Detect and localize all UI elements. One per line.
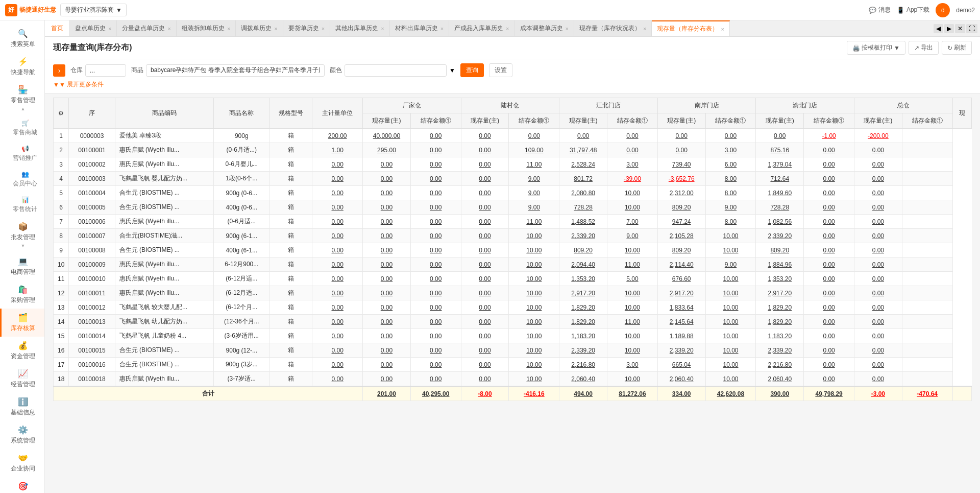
row-jb-qty[interactable]: 109.00 — [509, 143, 559, 157]
row-yb-qty[interactable]: 10.00 — [705, 343, 756, 358]
row-zc-qty[interactable]: 0.00 — [804, 300, 854, 315]
row-yb-qty[interactable]: 8.00 — [705, 215, 756, 229]
row-na-qty[interactable]: 7.00 — [607, 215, 657, 229]
color-dropdown-icon[interactable]: ▼ — [449, 67, 455, 74]
row-jb-qty[interactable]: 10.00 — [509, 343, 559, 358]
row-na-qty[interactable]: 10.00 — [607, 329, 657, 343]
row-na-qty[interactable]: 5.00 — [607, 272, 657, 286]
row-jb-qty[interactable]: 0.00 — [509, 129, 559, 143]
row-zc-qty[interactable]: 0.00 — [804, 172, 854, 186]
row-lc-qty[interactable]: 0.00 — [410, 372, 461, 387]
row-na-qty[interactable]: 11.00 — [607, 315, 657, 329]
row-yb-qty[interactable]: 9.00 — [705, 257, 756, 272]
tab-1[interactable]: 盘点单历史 × — [70, 20, 117, 37]
sidebar-item-search[interactable]: 🔍 搜索英单 — [0, 25, 44, 53]
row-jb-qty[interactable]: 10.00 — [509, 315, 559, 329]
row-yb-qty[interactable]: 6.00 — [705, 157, 756, 172]
sidebar-item-purchase[interactable]: 🛍️ 采购管理 — [0, 280, 44, 309]
sidebar-item-collab[interactable]: 🤝 企业协同 — [0, 449, 44, 477]
row-yb-qty[interactable]: 3.00 — [705, 143, 756, 157]
row-cf-qty[interactable]: 1.00 — [312, 143, 363, 157]
user-avatar[interactable]: d — [936, 3, 950, 17]
tab-expand[interactable]: ⛶ — [966, 24, 977, 33]
tab-close[interactable]: × — [506, 26, 509, 32]
sidebar-item-ecommerce[interactable]: 💻 电商管理 — [0, 252, 44, 280]
sidebar-item-shop[interactable]: 🛒 零售商城 — [0, 115, 44, 141]
row-zc-qty[interactable]: 0.00 — [804, 143, 854, 157]
sidebar-item-marketing[interactable]: 📢 营销推广 — [0, 141, 44, 167]
row-na-qty[interactable]: 10.00 — [607, 186, 657, 200]
row-jb-qty[interactable]: 10.00 — [509, 372, 559, 387]
tab-close[interactable]: × — [643, 26, 646, 32]
sidebar-item-finance[interactable]: 💰 资金管理 — [0, 337, 44, 365]
row-lc-qty[interactable]: 0.00 — [410, 315, 461, 329]
row-zc-qty[interactable]: 0.00 — [804, 229, 854, 243]
sidebar-item-guide[interactable]: 🎯 新手引导 — [0, 477, 44, 493]
expand-conditions-btn[interactable]: ▼▼ 展开更多条件 — [53, 80, 972, 89]
row-zc-qty[interactable]: 0.00 — [804, 200, 854, 215]
row-cf-qty[interactable]: 0.00 — [312, 257, 363, 272]
tab-9[interactable]: 成本调整单历史 × — [515, 20, 574, 37]
row-zc-qty[interactable]: 0.00 — [804, 157, 854, 172]
row-yb-qty[interactable]: 10.00 — [705, 315, 756, 329]
row-lc-qty[interactable]: 0.00 — [410, 143, 461, 157]
tab-close[interactable]: × — [381, 26, 384, 32]
row-na-qty[interactable]: 3.00 — [607, 358, 657, 372]
row-zc-qty[interactable]: 0.00 — [804, 243, 854, 257]
tab-close[interactable]: × — [274, 26, 277, 32]
row-yb-qty[interactable]: 10.00 — [705, 272, 756, 286]
row-jb-qty[interactable]: 10.00 — [509, 272, 559, 286]
tab-close[interactable]: × — [322, 26, 325, 32]
sidebar-item-retail-stats[interactable]: 📊 零售统计 — [0, 192, 44, 218]
tab-close[interactable]: × — [108, 26, 111, 32]
row-jb-qty[interactable]: 10.00 — [509, 329, 559, 343]
row-yb-qty[interactable]: 10.00 — [705, 229, 756, 243]
row-cf-qty[interactable]: 0.00 — [312, 272, 363, 286]
message-btn[interactable]: 💬 消息 — [869, 6, 891, 14]
row-jb-qty[interactable]: 9.00 — [509, 200, 559, 215]
row-zc-qty[interactable]: 0.00 — [804, 215, 854, 229]
app-download-btn[interactable]: 📱 App下载 — [897, 6, 929, 14]
row-yb-qty[interactable]: 8.00 — [705, 172, 756, 186]
sidebar-item-retail-mgmt[interactable]: 🏪 零售管理 ▲ — [0, 81, 44, 115]
warehouse-input[interactable] — [85, 64, 126, 77]
tab-next[interactable]: ▶ — [944, 24, 954, 33]
sidebar-item-ops[interactable]: 📈 经营管理 — [0, 365, 44, 393]
row-cf-qty[interactable]: 0.00 — [312, 343, 363, 358]
row-cf-qty[interactable]: 0.00 — [312, 286, 363, 300]
row-yb-qty[interactable]: 0.00 — [705, 129, 756, 143]
tab-close-active[interactable]: × — [721, 26, 724, 32]
company-selector[interactable]: 母婴行业演示陈套 ▼ — [60, 4, 127, 16]
row-zc-qty[interactable]: 0.00 — [804, 315, 854, 329]
row-jb-qty[interactable]: 10.00 — [509, 257, 559, 272]
row-yb-qty[interactable]: 10.00 — [705, 358, 756, 372]
row-zc-qty[interactable]: 0.00 — [804, 286, 854, 300]
tab-home[interactable]: 首页 — [45, 20, 70, 37]
row-cf-qty[interactable]: 0.00 — [312, 300, 363, 315]
tab-close[interactable]: × — [167, 26, 170, 32]
tab-8[interactable]: 产成品入库单历史 × — [449, 20, 514, 37]
row-jb-qty[interactable]: 10.00 — [509, 358, 559, 372]
tab-close[interactable]: × — [227, 26, 230, 32]
row-jb-qty[interactable]: 11.00 — [509, 215, 559, 229]
row-lc-qty[interactable]: 0.00 — [410, 257, 461, 272]
tab-7[interactable]: 材料出库单历史 × — [390, 20, 449, 37]
query-btn[interactable]: 查询 — [460, 63, 484, 77]
sidebar-item-system[interactable]: ⚙️ 系统管理 — [0, 421, 44, 449]
row-yb-qty[interactable]: 10.00 — [705, 286, 756, 300]
row-yb-qty[interactable]: 10.00 — [705, 300, 756, 315]
row-lc-qty[interactable]: 0.00 — [410, 200, 461, 215]
row-yb-qty[interactable]: 10.00 — [705, 372, 756, 387]
row-cf-qty[interactable]: 0.00 — [312, 215, 363, 229]
refresh-btn[interactable]: ↻ 刷新 — [942, 41, 972, 55]
row-zc-qty[interactable]: -1.00 — [804, 129, 854, 143]
tab-prev[interactable]: ◀ — [934, 24, 943, 33]
tab-3[interactable]: 组装拆卸单历史 × — [177, 20, 236, 37]
tab-10[interactable]: 现存量（库存状况表） × — [574, 20, 652, 37]
row-cf-qty[interactable]: 0.00 — [312, 157, 363, 172]
tab-2[interactable]: 分量盘点单历史 × — [117, 20, 176, 37]
row-zc-qty[interactable]: 0.00 — [804, 358, 854, 372]
row-yb-qty[interactable]: 9.00 — [705, 200, 756, 215]
row-zc-qty[interactable]: 0.00 — [804, 372, 854, 387]
row-lc-qty[interactable]: 0.00 — [410, 343, 461, 358]
